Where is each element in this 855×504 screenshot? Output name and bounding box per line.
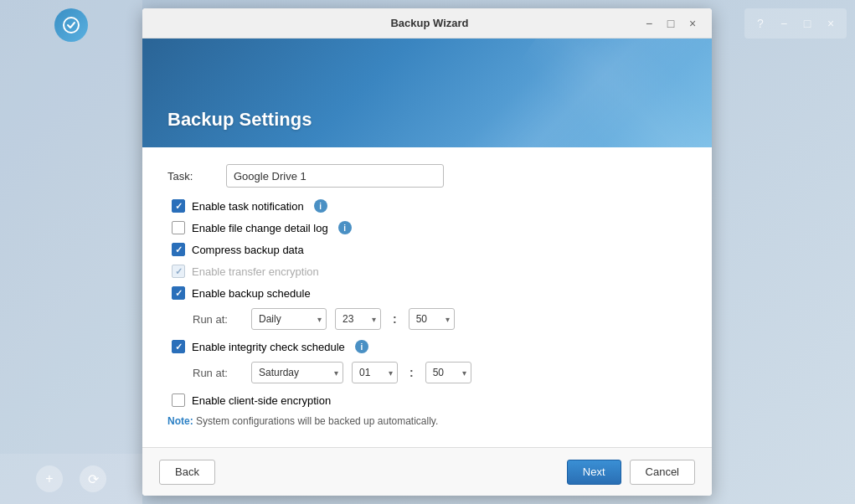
transfer-encryption-checkbox (172, 265, 185, 278)
svg-point-0 (64, 18, 79, 33)
minute-2-select[interactable]: 50 (425, 362, 471, 383)
hour-2-wrap: 01 ▾ (352, 362, 398, 383)
sys-btn-1[interactable]: ? (751, 14, 770, 33)
back-button[interactable]: Back (159, 460, 215, 485)
title-bar-controls: − □ × (640, 14, 702, 33)
client-encryption-row: Enable client-side encryption (167, 393, 687, 407)
file-change-log-checkbox[interactable] (172, 221, 185, 234)
transfer-encryption-row: Enable transfer encryption (167, 265, 687, 278)
task-notification-checkbox[interactable] (172, 199, 185, 213)
run-at-2-label: Run at: (193, 367, 243, 379)
footer: Back Next Cancel (142, 447, 712, 496)
minute-1-wrap: 50 ▾ (409, 308, 455, 330)
history-button[interactable]: ⟳ (80, 465, 106, 492)
client-encryption-text: Enable client-side encryption (192, 394, 331, 407)
backup-schedule-row: Enable backup schedule (167, 286, 687, 300)
client-encryption-checkbox[interactable] (172, 393, 185, 407)
task-notification-label[interactable]: Enable task notification i (172, 199, 327, 213)
task-notification-row: Enable task notification i (167, 199, 687, 213)
transfer-encryption-text: Enable transfer encryption (192, 265, 319, 278)
footer-right-buttons: Next Cancel (567, 460, 695, 485)
file-change-log-text: Enable file change detail log (192, 222, 328, 234)
system-tray: ? − □ × (744, 8, 847, 39)
backup-schedule-checkbox[interactable] (172, 286, 185, 300)
frequency-2-wrap: Saturday Sunday Monday Tuesday Wednesday… (251, 362, 343, 383)
run-at-1-row: Run at: Daily Weekly Monthly ▾ 23 ▾ : (193, 308, 687, 330)
sys-btn-3[interactable]: □ (798, 14, 816, 33)
next-button[interactable]: Next (567, 460, 621, 485)
note-text: System configurations will be backed up … (196, 415, 438, 427)
compress-backup-text: Compress backup data (192, 244, 304, 256)
task-label: Task: (167, 170, 218, 183)
file-change-log-row: Enable file change detail log i (167, 221, 687, 234)
close-button[interactable]: × (683, 14, 702, 33)
sys-btn-4[interactable]: × (822, 14, 840, 33)
colon-2: : (409, 366, 414, 379)
file-change-log-info-icon[interactable]: i (338, 221, 352, 234)
hour-1-wrap: 23 ▾ (335, 308, 381, 330)
client-encryption-label[interactable]: Enable client-side encryption (172, 393, 331, 407)
backup-schedule-label[interactable]: Enable backup schedule (172, 286, 311, 300)
run-at-2-row: Run at: Saturday Sunday Monday Tuesday W… (193, 362, 687, 383)
minute-2-wrap: 50 ▾ (425, 362, 471, 383)
page-title: Backup Settings (167, 109, 312, 131)
cancel-button[interactable]: Cancel (630, 460, 695, 485)
frequency-1-select[interactable]: Daily Weekly Monthly (251, 308, 327, 330)
task-notification-info-icon[interactable]: i (314, 199, 327, 213)
integrity-check-text: Enable integrity check schedule (192, 341, 345, 353)
compress-backup-checkbox[interactable] (172, 243, 185, 256)
frequency-2-select[interactable]: Saturday Sunday Monday Tuesday Wednesday… (251, 362, 343, 383)
integrity-check-checkbox[interactable] (172, 340, 185, 353)
taskbar-left: + ⟳ (0, 0, 142, 504)
window-title: Backup Wizard (219, 17, 640, 29)
minimize-button[interactable]: − (640, 14, 658, 33)
hour-2-select[interactable]: 01 (352, 362, 398, 383)
minute-1-select[interactable]: 50 (409, 308, 455, 330)
maximize-button[interactable]: □ (662, 14, 680, 33)
content-area: Task: Enable task notification i Enable … (142, 147, 712, 447)
backup-wizard-window: Backup Wizard − □ × Backup Settings Task… (142, 8, 712, 496)
add-button[interactable]: + (36, 465, 63, 492)
frequency-1-wrap: Daily Weekly Monthly ▾ (251, 308, 327, 330)
app-icon[interactable] (54, 8, 88, 42)
note-prefix: Note: (167, 415, 193, 427)
header-banner: Backup Settings (142, 39, 712, 147)
integrity-check-row: Enable integrity check schedule i (167, 340, 687, 353)
task-input[interactable] (226, 164, 444, 188)
sys-btn-2[interactable]: − (775, 14, 793, 33)
task-row: Task: (167, 164, 687, 188)
transfer-encryption-label: Enable transfer encryption (172, 265, 319, 278)
file-change-log-label[interactable]: Enable file change detail log i (172, 221, 352, 234)
taskbar-bottom: + ⟳ (0, 454, 142, 504)
note-row: Note: System configurations will be back… (167, 415, 687, 427)
integrity-check-label[interactable]: Enable integrity check schedule i (172, 340, 368, 353)
run-at-1-label: Run at: (193, 313, 243, 326)
integrity-check-info-icon[interactable]: i (355, 340, 368, 353)
compress-backup-label[interactable]: Compress backup data (172, 243, 304, 256)
title-bar: Backup Wizard − □ × (142, 8, 712, 39)
backup-schedule-text: Enable backup schedule (192, 287, 311, 300)
hour-1-select[interactable]: 23 (335, 308, 381, 330)
desktop: + ⟳ ? − □ × Backup Wizard − □ × Backup S… (0, 0, 855, 504)
task-notification-text: Enable task notification (192, 200, 304, 213)
colon-1: : (393, 312, 397, 326)
compress-backup-row: Compress backup data (167, 243, 687, 256)
